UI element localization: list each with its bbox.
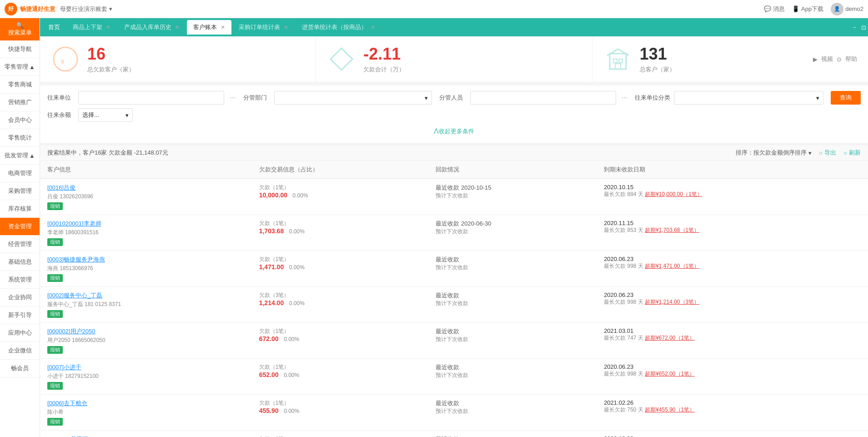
filter-balance-select[interactable]: 选择... ▾	[78, 108, 133, 122]
tab-product-listing[interactable]: 商品上下架 ✕	[66, 20, 117, 35]
customer-name-6[interactable]: [0006]去下粮仓	[47, 399, 245, 407]
sidebar-item-enterprise[interactable]: 企业协同	[0, 289, 40, 306]
customer-phone-4: 用户2050 18665062050	[47, 337, 245, 344]
stat-debt-customers-number: 16	[87, 45, 135, 64]
refresh-button[interactable]: ○ 刷新	[843, 149, 861, 157]
table-row: [0016]吕俊 吕俊 13026203696 现销 欠款（1笔） 10,000…	[40, 179, 868, 215]
overdue-amt-2[interactable]: 超期¥1,471.00（1笔）	[645, 263, 699, 269]
debt-pct-1: 0.00%	[289, 228, 305, 235]
filter-category-select[interactable]: ▾	[674, 91, 823, 105]
cell-due-2: 2020.06.23 最长欠款 998 天 超期¥1,471.00（1笔）	[597, 251, 868, 287]
sidebar-item-apps[interactable]: 应用中心	[0, 324, 40, 342]
tab-customer-account-close[interactable]: ✕	[221, 24, 225, 30]
filter-balance-value: 选择...	[82, 111, 99, 119]
cell-debt-5: 欠款（1笔） 652.00 0.00%	[252, 359, 429, 395]
overdue-amt-1[interactable]: 超期¥1,703.68（1笔）	[645, 227, 699, 233]
debt-pct-4: 0.00%	[284, 336, 299, 342]
message-button[interactable]: 💬 消息	[764, 5, 785, 13]
sidebar-item-operation[interactable]: 经营管理	[0, 236, 40, 253]
customer-name-3[interactable]: [0002]服务中心_丁磊	[47, 291, 245, 300]
window-minimize-icon[interactable]: －	[852, 23, 858, 31]
video-icon: ▶	[813, 56, 818, 63]
debt-pct-0: 0.00%	[293, 192, 308, 199]
debt-amount-1[interactable]: 1,703.68	[259, 227, 284, 235]
sidebar-item-ecom[interactable]: 电商管理	[0, 165, 40, 182]
cell-customer-1: [0001020001]李老师 李老师 18600391516 现销	[40, 215, 252, 251]
customer-name-0[interactable]: [0016]吕俊	[47, 184, 245, 192]
debt-amount-3[interactable]: 1,214.00	[259, 299, 284, 306]
due-date-1: 2020.11.15	[604, 220, 861, 226]
filter-unit-input[interactable]	[78, 91, 224, 105]
last-collect-4: 最近收款	[436, 327, 589, 336]
tab-purchase-summary-close[interactable]: ✕	[284, 24, 288, 30]
filter-dept-select[interactable]: ▾	[274, 91, 432, 105]
stat-total-debt-label: 欠款合计（万）	[363, 65, 405, 74]
app-download-button[interactable]: 📱 App下载	[792, 5, 823, 13]
tab-goods-summary-close[interactable]: ✕	[371, 24, 375, 30]
filter-row-1: 往来单位 ··· 分管部门 ▾ 分管人员	[47, 91, 861, 105]
overdue-amt-5[interactable]: 超期¥652.00（1笔）	[645, 371, 695, 377]
export-button[interactable]: ○ 导出	[819, 149, 836, 157]
collapse-row[interactable]: ⋀ 收起更多条件	[47, 126, 861, 137]
sidebar-item-wecom[interactable]: 企业微信	[0, 342, 40, 360]
filter-person-dots[interactable]: ···	[622, 94, 627, 102]
table-row: [0003]畅捷服务尹海燕 海燕 18513066976 现销 欠款（1笔） 1…	[40, 251, 868, 287]
sidebar-item-retail-mall[interactable]: 零售商城	[0, 76, 40, 94]
cell-customer-3: [0002]服务中心_丁磊 服务中心_丁磊 181 0125 8371 现销	[40, 287, 252, 323]
overdue-amt-4[interactable]: 超期¥672.00（1笔）	[645, 335, 695, 341]
tab-product-listing-close[interactable]: ✕	[106, 24, 110, 30]
search-icon: 🔍	[16, 22, 24, 29]
debt-amount-4[interactable]: 672.00	[259, 335, 279, 342]
customer-phone-2: 海燕 18513066976	[47, 265, 245, 272]
filter-person: 分管人员 ···	[439, 91, 628, 105]
filter-unit-dots[interactable]: ···	[230, 94, 236, 102]
tab-goods-summary[interactable]: 进货单统计表（按商品） ✕	[296, 20, 381, 35]
cell-collect-5: 最近收款 预计下次收款	[428, 359, 597, 395]
sidebar-item-changhui[interactable]: 畅会员	[0, 360, 40, 377]
sidebar-item-marketing[interactable]: 营销推广	[0, 94, 40, 111]
query-button[interactable]: 查询	[831, 91, 861, 105]
brand-select[interactable]: 母婴行业演示账套 ▾	[60, 5, 112, 13]
tab-home[interactable]: 首页	[42, 20, 66, 35]
sidebar-item-system[interactable]: 系统管理	[0, 271, 40, 289]
customer-name-4[interactable]: [000002]用户2050	[47, 327, 245, 336]
filter-person-input[interactable]	[470, 91, 616, 105]
sort-label: 排序：按欠款金额倒序排序	[736, 149, 807, 157]
sidebar-item-quick-nav[interactable]: 快捷导航	[0, 40, 40, 58]
due-date-5: 2020.06.23	[604, 363, 861, 370]
overdue-amt-6[interactable]: 超期¥455.90（1笔）	[645, 407, 695, 413]
customer-name-1[interactable]: [0001020001]李老师	[47, 220, 245, 228]
overdue-amt-3[interactable]: 超期¥1,214.00（3笔）	[645, 299, 699, 305]
tab-finished-goods-close[interactable]: ✕	[175, 24, 180, 30]
sidebar-item-wholesale[interactable]: 批发管理▲	[0, 147, 40, 165]
sidebar-item-inventory[interactable]: 库存核算	[0, 200, 40, 218]
customer-name-5[interactable]: [0007]小进干	[47, 363, 245, 372]
sidebar-item-retail-stats[interactable]: 零售统计	[0, 129, 40, 147]
sidebar-item-newbie[interactable]: 新手引导	[0, 306, 40, 324]
sidebar-item-purchase[interactable]: 采购管理	[0, 182, 40, 200]
tab-customer-account[interactable]: 客户账本 ✕	[187, 20, 231, 35]
tab-purchase-summary[interactable]: 采购订单统计表 ✕	[232, 20, 295, 35]
sidebar-item-member[interactable]: 会员中心	[0, 111, 40, 129]
svg-rect-3	[610, 54, 626, 69]
sidebar-item-finance[interactable]: 资金管理	[0, 218, 40, 236]
window-maximize-icon[interactable]: ⊡	[861, 24, 866, 31]
debt-amount-0[interactable]: 10,000.00	[259, 191, 287, 199]
user-area[interactable]: 👤 demo2	[831, 3, 863, 15]
tab-finished-goods[interactable]: 产成品入库单历史 ✕	[118, 20, 186, 35]
refresh-label: 刷新	[849, 149, 861, 157]
sidebar-item-basic-info[interactable]: 基础信息	[0, 253, 40, 271]
debt-amount-5[interactable]: 652.00	[259, 371, 279, 378]
overdue-amt-0[interactable]: 超期¥10,000.00（1笔）	[645, 191, 702, 197]
sort-button[interactable]: 排序：按欠款金额倒序排序 ▾	[736, 149, 812, 157]
cell-due-0: 2020.10.15 最长欠款 884 天 超期¥10,000.00（1笔）	[597, 179, 868, 215]
customer-name-7[interactable]: [000001]黄思源	[47, 435, 245, 437]
debt-amount-2[interactable]: 1,471.00	[259, 263, 284, 271]
debt-amount-6[interactable]: 455.90	[259, 407, 279, 414]
sidebar-search[interactable]: 🔍 搜索菜单	[0, 18, 40, 40]
svg-rect-5	[619, 59, 622, 63]
sidebar-item-retail-mgmt[interactable]: 零售管理▲	[0, 58, 40, 76]
cell-debt-1: 欠款（1笔） 1,703.68 0.00%	[252, 215, 429, 251]
customer-name-2[interactable]: [0003]畅捷服务尹海燕	[47, 256, 245, 264]
export-icon: ○	[819, 150, 823, 156]
